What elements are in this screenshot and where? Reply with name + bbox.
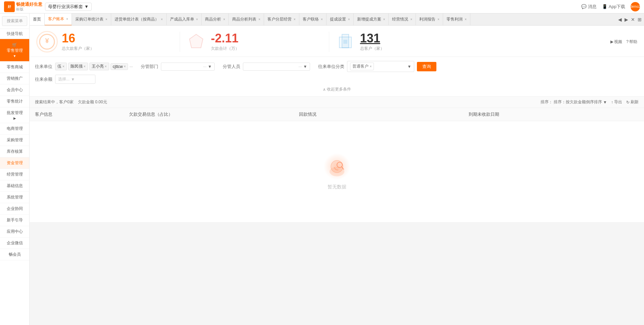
sidebar-item-retail[interactable]: 🛒 零售管理 ▼ [0, 39, 29, 62]
category-select[interactable]: 普通客户 × ▼ [347, 61, 414, 72]
tab-goods-stats[interactable]: 进货单统计表（按商品） × [111, 13, 167, 26]
sort-chevron-icon: ▼ [603, 100, 607, 105]
tab-customer-contact[interactable]: 客户联络 × [299, 13, 327, 26]
tab-close-icon[interactable]: × [105, 17, 108, 21]
balance-input[interactable]: 选择... ▼ [55, 75, 95, 84]
tab-prev-arrow[interactable]: ◀ [617, 17, 623, 22]
tab-operation[interactable]: 经营情况 × [389, 13, 416, 26]
tab-close-icon[interactable]: × [258, 17, 260, 21]
sidebar-item-enterprise-wechat[interactable]: 企业微信 [0, 238, 29, 249]
building-icon [335, 31, 356, 52]
filter-row-2: 往来余额 选择... ▼ [35, 75, 639, 84]
sidebar-item-retail-mall[interactable]: 零售商城 [0, 62, 29, 73]
remove-cjttcw-icon[interactable]: × [124, 65, 126, 68]
message-btn[interactable]: 💬 消息 [581, 4, 597, 10]
logo-icon: 好 [4, 1, 15, 12]
tab-close-icon[interactable]: × [321, 17, 323, 21]
tab-next-arrow[interactable]: ▶ [624, 17, 629, 22]
debt-amount: -2.11 [211, 32, 239, 44]
tab-close-icon[interactable]: × [437, 17, 439, 21]
sidebar-item-operation[interactable]: 经营管理 [0, 169, 29, 180]
sidebar-item-app-center[interactable]: 应用中心 [0, 226, 29, 238]
tab-product-in[interactable]: 产成品入库单 × [167, 13, 202, 26]
page-header: ¥ 16 总欠款客户（家） -2.11 欠款合计（万） [30, 26, 644, 57]
remove-category-icon[interactable]: × [370, 65, 372, 68]
dept-chevron-icon: ▼ [208, 64, 212, 69]
tab-expand[interactable]: ⊞ [637, 17, 643, 22]
sidebar-item-wholesale[interactable]: 批发管理 ▶ [0, 107, 29, 123]
tab-home[interactable]: 首页 [30, 13, 45, 26]
tab-profit-report[interactable]: 利润报告 × [416, 13, 443, 26]
tab-close-icon[interactable]: × [161, 17, 163, 21]
more-tags[interactable]: ··· [129, 64, 133, 69]
tab-close-icon[interactable]: × [465, 17, 467, 21]
tab-nav-arrows: ◀ ▶ ✕ ⊞ [616, 17, 644, 22]
sidebar-item-retail-stats[interactable]: 零售统计 [0, 96, 29, 107]
tab-customer-account[interactable]: 客户账本 × [45, 13, 72, 26]
search-menu-btn[interactable]: 搜索菜单 [2, 16, 27, 26]
total-customers: 131 [360, 32, 384, 44]
tab-new-commission[interactable]: 新增提成方案 × [354, 13, 389, 26]
balance-chevron-icon: ▼ [71, 77, 75, 82]
video-btn[interactable]: ▶ 视频 [610, 39, 622, 45]
sidebar-item-system[interactable]: 系统管理 [0, 192, 29, 203]
unit-tag-group: 伍 × 陈民强 × 王小亮 × cjttcw × ··· [55, 63, 133, 70]
sidebar: 搜索菜单 快捷导航 🛒 零售管理 ▼ 零售商城 营销推广 会员中心 零售统计 批… [0, 13, 30, 325]
quick-nav-btn[interactable]: 快捷导航 [0, 29, 29, 39]
tab-close-icon[interactable]: × [294, 17, 296, 21]
sidebar-item-basic-info[interactable]: 基础信息 [0, 180, 29, 192]
tab-product-list[interactable]: 商品分析列表 × [229, 13, 264, 26]
customers-label: 总欠款客户（家） [62, 46, 94, 51]
result-summary: 搜索结果中，客户0家 欠款金额 0.00元 [35, 99, 107, 105]
sidebar-item-purchase[interactable]: 采购管理 [0, 135, 29, 146]
tab-close-all[interactable]: ✕ [630, 17, 636, 22]
remove-chen-icon[interactable]: × [84, 65, 86, 68]
stat-divider-1 [180, 32, 180, 52]
export-btn[interactable]: ↑ 导出 [611, 99, 622, 105]
unit-tag-chen[interactable]: 陈民强 × [68, 63, 88, 70]
tab-commission-settings[interactable]: 提成设置 × [327, 13, 354, 26]
top-bar-right: 💬 消息 📱 App下载 demo2 [581, 2, 640, 11]
logo-text: 畅捷通好生意 [16, 2, 42, 7]
tab-close-icon[interactable]: × [383, 17, 385, 21]
refresh-btn[interactable]: ↻ 刷新 [626, 99, 639, 105]
sidebar-item-member[interactable]: 会员中心 [0, 84, 29, 96]
collapse-button[interactable]: ∧ 收起更多条件 [35, 86, 639, 92]
tab-purchase-order[interactable]: 采购订单统计表 × [72, 13, 111, 26]
category-tag[interactable]: 普通客户 × [350, 63, 374, 70]
query-button[interactable]: 查询 [417, 62, 436, 71]
app-download-btn[interactable]: 📱 App下载 [602, 4, 625, 10]
help-icon: ? [626, 39, 629, 44]
dept-select[interactable]: ··· ▼ [161, 63, 215, 71]
stat-divider-2 [329, 32, 329, 52]
sidebar-item-ecommerce[interactable]: 电商管理 [0, 123, 29, 135]
tab-close-icon[interactable]: × [410, 17, 412, 21]
data-table: 客户信息 欠款交易信息（占比） 回款情况 到期未收款日期 暂无数据 [30, 108, 644, 222]
unit-tag-wang[interactable]: 王小亮 × [89, 63, 109, 70]
tab-close-icon[interactable]: × [348, 17, 350, 21]
remove-wang-icon[interactable]: × [105, 65, 107, 68]
tab-retail-profit[interactable]: 零售利润 × [443, 13, 470, 26]
sidebar-item-inventory[interactable]: 库存核算 [0, 146, 29, 157]
sidebar-item-enterprise[interactable]: 企业协同 [0, 203, 29, 215]
user-menu[interactable]: demo2 [631, 2, 640, 11]
unit-label: 往来单位 [35, 64, 52, 70]
sidebar-item-marketing[interactable]: 营销推广 [0, 73, 29, 84]
help-btn[interactable]: ? 帮助 [626, 39, 637, 45]
tab-close-icon[interactable]: × [196, 17, 198, 21]
remove-wu-icon[interactable]: × [62, 65, 65, 68]
sort-selector[interactable]: 排序： 排序：按欠款金额倒序排序 ▼ [541, 99, 607, 105]
tab-product-analysis[interactable]: 商品分析 × [202, 13, 229, 26]
sidebar-item-chang-member[interactable]: 畅会员 [0, 249, 29, 260]
person-more-icon: ··· [298, 64, 302, 69]
tab-customer-tier[interactable]: 客户分层经营 × [264, 13, 299, 26]
unit-tag-wu[interactable]: 伍 × [55, 63, 67, 70]
person-select[interactable]: ··· ▼ [243, 63, 310, 71]
demo-selector[interactable]: 母婴行业演示帐套 ▼ [45, 3, 92, 11]
unit-tag-cjttcw[interactable]: cjttcw × [111, 63, 128, 70]
tab-close-icon[interactable]: × [66, 17, 68, 21]
sidebar-item-finance[interactable]: 资金管理 [0, 157, 29, 169]
download-icon: 📱 [602, 4, 607, 9]
sidebar-item-new-guide[interactable]: 新手引导 [0, 215, 29, 226]
tab-close-icon[interactable]: × [223, 17, 225, 21]
